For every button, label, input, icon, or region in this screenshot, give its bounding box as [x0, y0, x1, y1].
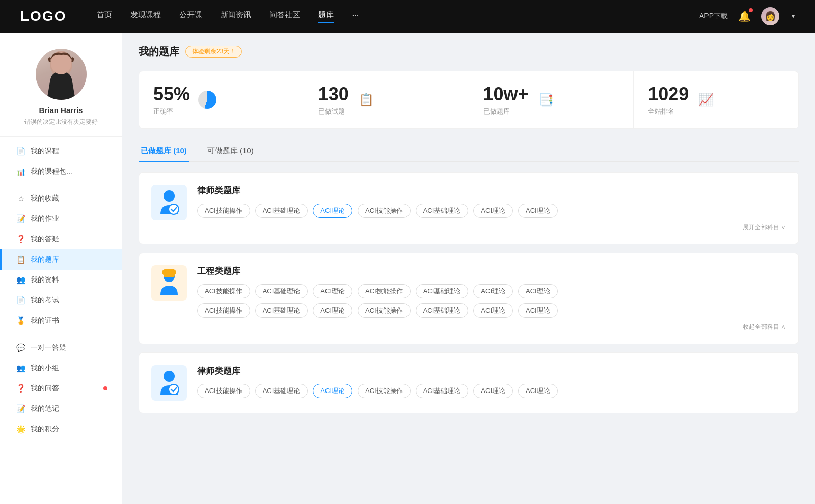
sidebar-item-exam[interactable]: 📄 我的考试	[0, 290, 122, 311]
tag-eng-extra-3[interactable]: ACI技能操作	[358, 303, 411, 318]
sidebar-item-tutor[interactable]: 💬 一对一答疑	[0, 338, 122, 358]
tag-lawyer1-5[interactable]: ACI理论	[473, 204, 513, 218]
nav-qbank[interactable]: 题库	[318, 10, 334, 23]
tag-lawyer1-3[interactable]: ACI技能操作	[358, 204, 411, 218]
tag-lawyer2-1[interactable]: ACI基础理论	[255, 384, 308, 398]
tag-eng-4[interactable]: ACI基础理论	[416, 284, 469, 298]
sidebar-item-points[interactable]: 🌟 我的积分	[0, 419, 122, 439]
tag-eng-2[interactable]: ACI理论	[313, 284, 352, 298]
qbank-icon-lawyer-2	[151, 365, 187, 401]
tutor-icon: 💬	[16, 343, 25, 352]
qbank-name-engineer: 工程类题库	[197, 265, 786, 277]
sidebar-item-homework[interactable]: 📝 我的作业	[0, 209, 122, 229]
nav-open-course[interactable]: 公开课	[179, 10, 202, 23]
materials-icon: 👥	[16, 275, 25, 285]
tag-lawyer2-5[interactable]: ACI理论	[473, 384, 513, 398]
tab-done-qbank[interactable]: 已做题库 (10)	[139, 141, 189, 162]
qbank-tags-lawyer-1: ACI技能操作 ACI基础理论 ACI理论 ACI技能操作 ACI基础理论 AC…	[197, 204, 786, 218]
tag-eng-extra-6[interactable]: ACI理论	[518, 303, 558, 318]
sidebar-item-certificate[interactable]: 🏅 我的证书	[0, 311, 122, 331]
tag-eng-5[interactable]: ACI理论	[473, 284, 513, 298]
my-qa-badge	[103, 386, 107, 390]
logo[interactable]: LOGO	[20, 8, 66, 24]
nav-news[interactable]: 新闻资讯	[221, 10, 251, 23]
sidebar-item-my-courses[interactable]: 📄 我的课程	[0, 141, 122, 161]
svg-point-7	[164, 371, 175, 382]
qbank-icon: 📋	[16, 255, 25, 264]
sidebar-item-group[interactable]: 👥 我的小组	[0, 358, 122, 378]
sidebar-profile: Brian Harris 错误的决定比没有决定要好	[0, 33, 122, 137]
tab-available-qbank[interactable]: 可做题库 (10)	[205, 141, 256, 162]
sidebar-item-favorites[interactable]: ☆ 我的收藏	[0, 188, 122, 209]
page-layout: Brian Harris 错误的决定比没有决定要好 📄 我的课程 📊 我的课程包…	[0, 33, 815, 504]
stat-done-label: 已做试题	[318, 107, 349, 116]
tag-lawyer2-4[interactable]: ACI基础理论	[416, 384, 469, 398]
qbank-name-lawyer-2: 律师类题库	[197, 365, 786, 377]
qbank-icon-lawyer-1	[151, 185, 187, 220]
qbank-icon-engineer	[151, 265, 187, 301]
app-download-link[interactable]: APP下载	[699, 12, 728, 21]
bell-badge	[749, 8, 753, 12]
tag-lawyer2-3[interactable]: ACI技能操作	[358, 384, 411, 398]
stat-done-value: 130	[318, 83, 349, 105]
tabs-row: 已做题库 (10) 可做题库 (10)	[139, 141, 799, 162]
avatar-chevron-icon[interactable]: ▾	[792, 13, 795, 20]
nav-menu: 首页 发现课程 公开课 新闻资讯 问答社区 题库 ···	[97, 10, 699, 23]
sidebar-item-notes[interactable]: 📝 我的笔记	[0, 399, 122, 419]
tag-eng-6[interactable]: ACI理论	[518, 284, 558, 298]
tag-eng-0[interactable]: ACI技能操作	[197, 284, 250, 298]
expand-lawyer-1[interactable]: 展开全部科目 ∨	[197, 223, 786, 232]
sidebar: Brian Harris 错误的决定比没有决定要好 📄 我的课程 📊 我的课程包…	[0, 33, 122, 504]
exam-icon: 📄	[16, 296, 25, 305]
tag-eng-3[interactable]: ACI技能操作	[358, 284, 411, 298]
group-icon: 👥	[16, 363, 25, 373]
notification-bell[interactable]: 🔔	[738, 10, 751, 22]
nav-courses[interactable]: 发现课程	[130, 10, 161, 23]
my-qa-icon: ❓	[16, 384, 25, 393]
stat-accuracy: 55% 正确率	[139, 71, 304, 128]
nav-home[interactable]: 首页	[97, 10, 112, 23]
tag-lawyer1-2[interactable]: ACI理论	[313, 204, 352, 218]
page-title: 我的题库	[139, 45, 179, 59]
tag-lawyer2-6[interactable]: ACI理论	[518, 384, 558, 398]
svg-rect-6	[164, 275, 175, 277]
stat-rank-value: 1029	[648, 83, 689, 105]
tag-lawyer1-6[interactable]: ACI理论	[518, 204, 558, 218]
tag-eng-extra-4[interactable]: ACI基础理论	[416, 303, 469, 318]
nav-qa[interactable]: 问答社区	[269, 10, 300, 23]
sidebar-item-materials[interactable]: 👥 我的资料	[0, 270, 122, 290]
points-icon: 🌟	[16, 425, 25, 434]
navbar: LOGO 首页 发现课程 公开课 新闻资讯 问答社区 题库 ··· APP下载 …	[0, 0, 815, 33]
tag-eng-extra-0[interactable]: ACI技能操作	[197, 303, 250, 318]
bell-icon: 🔔	[738, 11, 751, 22]
tag-eng-extra-5[interactable]: ACI理论	[473, 303, 513, 318]
tag-lawyer2-2[interactable]: ACI理论	[313, 384, 352, 398]
sidebar-item-my-qa[interactable]: ❓ 我的问答	[0, 378, 122, 399]
stat-done-questions: 130 已做试题 📋	[304, 71, 469, 128]
qbank-card-lawyer-2: 律师类题库 ACI技能操作 ACI基础理论 ACI理论 ACI技能操作 ACI基…	[139, 352, 799, 413]
sidebar-item-course-package[interactable]: 📊 我的课程包...	[0, 161, 122, 182]
certificate-icon: 🏅	[16, 316, 25, 325]
sidebar-divider-2	[0, 334, 122, 334]
sidebar-item-qa[interactable]: ❓ 我的答疑	[0, 229, 122, 249]
tag-eng-1[interactable]: ACI基础理论	[255, 284, 308, 298]
stat-qbank-label: 已做题库	[483, 107, 529, 116]
qbank-card-lawyer-1: 律师类题库 ACI技能操作 ACI基础理论 ACI理论 ACI技能操作 ACI基…	[139, 172, 799, 244]
svg-point-2	[164, 190, 175, 202]
accuracy-pie-icon	[197, 90, 218, 110]
stat-rank-label: 全站排名	[648, 107, 689, 116]
user-avatar[interactable]: 👩	[761, 7, 779, 25]
sidebar-menu: 📄 我的课程 📊 我的课程包... ☆ 我的收藏 📝 我的作业 ❓ 我的答疑 �	[0, 137, 122, 443]
expand-engineer[interactable]: 收起全部科目 ∧	[197, 323, 786, 331]
avatar-silhouette-svg	[36, 49, 87, 100]
tag-lawyer1-4[interactable]: ACI基础理论	[416, 204, 469, 218]
stats-row: 55% 正确率 130 已做试题 📋 10w+ 已做题库	[139, 71, 799, 129]
tag-eng-extra-1[interactable]: ACI基础理论	[255, 303, 308, 318]
tag-lawyer1-0[interactable]: ACI技能操作	[197, 204, 250, 218]
svg-point-3	[169, 204, 179, 214]
sidebar-item-qbank[interactable]: 📋 我的题库	[0, 249, 122, 270]
tag-lawyer2-0[interactable]: ACI技能操作	[197, 384, 250, 398]
tag-lawyer1-1[interactable]: ACI基础理论	[255, 204, 308, 218]
nav-more[interactable]: ···	[352, 10, 359, 23]
tag-eng-extra-2[interactable]: ACI理论	[313, 303, 352, 318]
